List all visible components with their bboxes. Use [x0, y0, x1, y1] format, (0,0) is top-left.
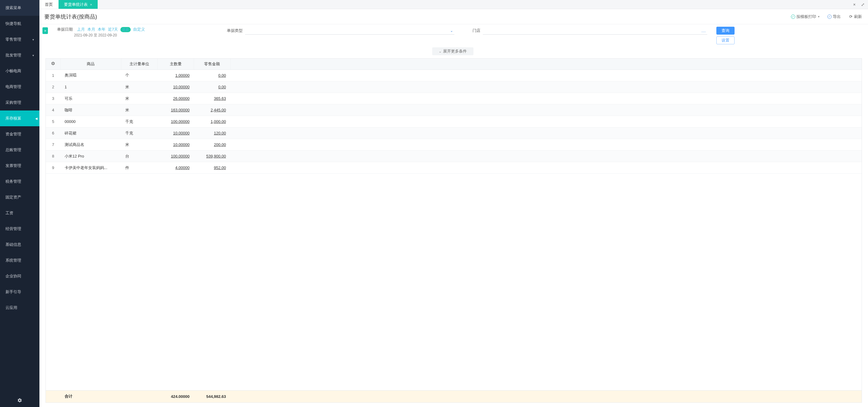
sidebar-item-label: 企业协同: [5, 273, 21, 279]
shortcut-custom[interactable]: 自定义: [133, 27, 145, 32]
page-title: 要货单统计表(按商品): [44, 13, 97, 20]
cell-amount[interactable]: 1,000.00: [194, 116, 230, 127]
sidebar-item-label: 搜索菜单: [5, 5, 21, 11]
table-row[interactable]: 6碎花裙千克10.00000120.00: [46, 127, 862, 139]
sidebar-item-4[interactable]: 小畅电商: [0, 63, 39, 79]
sidebar-item-7[interactable]: 库存核算: [0, 111, 39, 126]
cell-unit: 米: [121, 81, 157, 93]
col-settings[interactable]: [46, 59, 60, 69]
table-row[interactable]: 4咖啡米163.000002,445.00: [46, 105, 862, 116]
table-row[interactable]: 7测试商品名米10.00000200.00: [46, 139, 862, 150]
cell-idx: 9: [46, 162, 60, 174]
shortcut-more[interactable]: 更多: [120, 27, 131, 32]
store-select[interactable]: …: [483, 27, 707, 35]
type-select[interactable]: ⌄: [245, 27, 454, 35]
refresh-button[interactable]: ⟳ 刷新: [848, 14, 862, 20]
expand-filters-button[interactable]: ⌄ 展开更多条件: [432, 47, 473, 55]
sidebar-item-8[interactable]: 资金管理: [0, 126, 39, 142]
cell-unit: 件: [121, 162, 157, 174]
col-amount[interactable]: 零售金额: [194, 59, 230, 69]
settings-icon[interactable]: [17, 398, 22, 403]
cell-qty[interactable]: 100.00000: [157, 116, 194, 127]
sidebar-item-13[interactable]: 工资: [0, 205, 39, 221]
sidebar-item-18[interactable]: 新手引导: [0, 284, 39, 300]
cell-qty[interactable]: 26.00000: [157, 93, 194, 105]
cell-unit: 千克: [121, 127, 157, 139]
shortcut-this-month[interactable]: 本月: [87, 27, 95, 32]
cell-idx: 3: [46, 93, 60, 105]
cell-qty[interactable]: 10.00000: [157, 127, 194, 139]
cell-amount[interactable]: 365.63: [194, 93, 230, 105]
close-icon[interactable]: ×: [90, 3, 92, 6]
sidebar-item-11[interactable]: 税务管理: [0, 174, 39, 190]
tab-home[interactable]: 首页: [39, 0, 59, 9]
sidebar-item-label: 电商管理: [5, 84, 21, 90]
col-product[interactable]: 商品: [60, 59, 121, 69]
cell-qty[interactable]: 10.00000: [157, 81, 194, 93]
cell-unit: 个: [121, 70, 157, 81]
table-row[interactable]: 9卡伊美中老年女装妈妈...件4.00000952.00: [46, 162, 862, 174]
sidebar-item-0[interactable]: 搜索菜单: [0, 0, 39, 16]
cell-product: 小米12 Pro: [60, 150, 121, 162]
sidebar-item-2[interactable]: 零售管理▾: [0, 32, 39, 47]
table-row[interactable]: 500000千克100.000001,000.00: [46, 116, 862, 127]
sidebar-item-12[interactable]: 固定资产: [0, 190, 39, 205]
export-button[interactable]: ✓ 导出: [827, 14, 841, 20]
cell-qty[interactable]: 100.00000: [157, 150, 194, 162]
refresh-icon: ⟳: [848, 14, 853, 19]
col-qty[interactable]: 主数量: [157, 59, 194, 69]
shortcut-this-year[interactable]: 本年: [98, 27, 105, 32]
search-button[interactable]: 查询: [716, 27, 735, 35]
sidebar-item-14[interactable]: 经营管理: [0, 221, 39, 237]
refresh-label: 刷新: [854, 14, 862, 20]
table-row[interactable]: 3可乐米26.00000365.63: [46, 93, 862, 105]
cell-idx: 2: [46, 81, 60, 93]
cell-product: 1: [60, 81, 121, 93]
sidebar-item-label: 基础信息: [5, 242, 21, 248]
sidebar-item-10[interactable]: 发票管理: [0, 158, 39, 174]
title-row: 要货单统计表(按商品) ✓ 按模板打印 ▾ ✓ 导出 ⟳ 刷新: [39, 9, 868, 24]
cell-product: 奥演唱: [60, 70, 121, 81]
cell-amount[interactable]: 200.00: [194, 139, 230, 150]
sidebar-item-label: 采购管理: [5, 100, 21, 105]
cell-qty[interactable]: 163.00000: [157, 105, 194, 116]
sidebar-item-5[interactable]: 电商管理: [0, 79, 39, 95]
table-row[interactable]: 1奥演唱个1.000000.00: [46, 70, 862, 81]
col-unit[interactable]: 主计量单位: [121, 59, 157, 69]
print-button[interactable]: ✓ 按模板打印 ▾: [791, 14, 819, 20]
table-row[interactable]: 8小米12 Pro台100.00000539,900.00: [46, 150, 862, 162]
table-footer-row: 合计 424.00000 544,982.63: [46, 390, 862, 402]
expand-filters-label: 展开更多条件: [443, 49, 467, 54]
sidebar-item-19[interactable]: 云应用: [0, 300, 39, 316]
close-all-icon[interactable]: ×: [851, 1, 858, 8]
sidebar-item-6[interactable]: 采购管理: [0, 95, 39, 111]
cell-unit: 千克: [121, 116, 157, 127]
footer-label: 合计: [60, 390, 121, 402]
sidebar-item-3[interactable]: 批发管理▾: [0, 47, 39, 63]
cell-amount[interactable]: 539,900.00: [194, 150, 230, 162]
sidebar-item-15[interactable]: 基础信息: [0, 237, 39, 253]
cell-qty[interactable]: 10.00000: [157, 139, 194, 150]
sidebar-item-16[interactable]: 系统管理: [0, 253, 39, 268]
cell-amount[interactable]: 0.00: [194, 70, 230, 81]
cell-qty[interactable]: 4.00000: [157, 162, 194, 174]
sidebar-item-1[interactable]: 快捷导航: [0, 16, 39, 32]
shortcut-last-month[interactable]: 上月: [77, 27, 85, 32]
export-icon: ✓: [827, 14, 832, 19]
filter-settings-button[interactable]: 设置: [716, 36, 735, 44]
tab-active[interactable]: 要货单统计表 ×: [59, 0, 98, 9]
filter-collapse-toggle[interactable]: »: [42, 27, 48, 34]
cell-qty[interactable]: 1.00000: [157, 70, 194, 81]
cell-amount[interactable]: 120.00: [194, 127, 230, 139]
sidebar-item-9[interactable]: 总账管理: [0, 142, 39, 158]
cell-amount[interactable]: 0.00: [194, 81, 230, 93]
print-icon: ✓: [791, 14, 795, 19]
sidebar-item-17[interactable]: 企业协同: [0, 268, 39, 284]
cell-amount[interactable]: 2,445.00: [194, 105, 230, 116]
shortcut-recent7[interactable]: 近7天: [108, 27, 118, 32]
tabs-bar: 首页 要货单统计表 × × ⤢: [39, 0, 868, 9]
cell-amount[interactable]: 952.00: [194, 162, 230, 174]
date-range-value: 2021-09-20 至 2022-09-20: [74, 33, 145, 38]
expand-icon[interactable]: ⤢: [860, 1, 866, 8]
table-row[interactable]: 21米10.000000.00: [46, 81, 862, 93]
